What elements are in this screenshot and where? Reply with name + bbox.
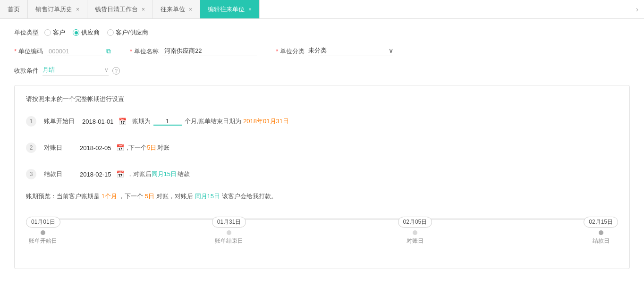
step-2-calendar-icon[interactable]: 📅 xyxy=(116,144,124,152)
step-2-desc-prefix: ,下一个 xyxy=(127,144,147,152)
timeline-label-0: 账单开始日 xyxy=(29,237,57,245)
payment-terms-help-icon[interactable]: ? xyxy=(112,67,120,75)
tab-more-button[interactable]: › xyxy=(630,0,644,18)
timeline-points: 01月01日 账单开始日 01月31日 账单结束日 02月05日 对账日 02月… xyxy=(26,217,618,245)
unit-code-group: * 单位编码 ⧉ xyxy=(14,47,111,56)
close-tab-partner-units-icon[interactable]: × xyxy=(189,6,192,13)
timeline-label-2: 对账日 xyxy=(407,237,424,245)
step-2-desc-highlight: 5日 xyxy=(147,144,156,152)
period-value-input[interactable] xyxy=(153,118,182,126)
preview-suffix: 该客户会给我打款。 xyxy=(222,193,277,200)
tab-sales-order-history-label: 销售订单历史 xyxy=(35,5,72,14)
radio-both-circle xyxy=(107,29,114,36)
payment-terms-label: 收款条件 xyxy=(14,67,39,75)
step-3-desc-highlight: 同月15日 xyxy=(152,170,177,178)
close-tab-cash-reconciliation-icon[interactable]: × xyxy=(142,6,145,13)
step-1-row: 1 账单开始日 2018-01-01 📅 账期为 个月,账单结束日期为 2018… xyxy=(26,113,618,130)
step-1-date: 2018-01-01 xyxy=(82,118,114,125)
step-1-period-prefix: 账期为 xyxy=(132,117,151,126)
close-tab-sales-order-history-icon[interactable]: × xyxy=(76,6,79,13)
timeline-badge-0: 01月01日 xyxy=(26,217,60,228)
timeline-point-0: 01月01日 账单开始日 xyxy=(26,217,60,245)
unit-type-radio-group: 客户 供应商 客户/供应商 xyxy=(44,28,148,37)
tab-cash-reconciliation[interactable]: 钱货日清工作台 × xyxy=(87,0,153,18)
unit-classify-required-star: * xyxy=(276,48,278,55)
radio-customer-label: 客户 xyxy=(53,28,65,37)
preview-text: 账期预览：当前客户账期是 1个月 ，下一个 5日 对账，对账后 同月15日 该客… xyxy=(26,192,618,201)
unit-code-copy-icon[interactable]: ⧉ xyxy=(106,47,111,55)
preview-part2: 5日 xyxy=(145,193,154,200)
unit-type-row: 单位类型 客户 供应商 客户/供应商 xyxy=(14,28,630,37)
preview-part1: 1个月 xyxy=(102,193,117,200)
unit-classify-group: * 单位分类 未分类 ∨ xyxy=(276,46,393,56)
preview-part3: 同月15日 xyxy=(195,193,220,200)
step-3-label: 结款日 xyxy=(44,170,72,178)
tab-home-label: 首页 xyxy=(8,5,20,14)
step-2-date: 2018-02-05 xyxy=(80,144,111,152)
timeline-label-3: 结款日 xyxy=(593,237,610,245)
timeline-point-1: 01月31日 账单结束日 xyxy=(212,217,246,245)
step-2-desc-suffix: 对账 xyxy=(157,144,169,152)
unit-type-group: 单位类型 客户 供应商 客户/供应商 xyxy=(14,28,148,37)
unit-type-label: 单位类型 xyxy=(14,28,39,37)
radio-both[interactable]: 客户/供应商 xyxy=(107,28,148,37)
step-1-period-end-date: 2018年01月31日 xyxy=(243,117,289,126)
unit-code-input[interactable] xyxy=(47,47,103,56)
unit-code-required-star: * xyxy=(14,48,17,55)
preview-mid2: 对账，对账后 xyxy=(156,193,193,200)
tab-partner-units[interactable]: 往来单位 × xyxy=(153,0,200,18)
step-3-calendar-icon[interactable]: 📅 xyxy=(116,170,124,178)
radio-customer-circle xyxy=(44,29,51,36)
unit-name-required-star: * xyxy=(130,48,132,55)
unit-classify-arrow-icon: ∨ xyxy=(389,47,393,54)
tab-cash-reconciliation-label: 钱货日清工作台 xyxy=(95,5,138,14)
payment-terms-dropdown[interactable]: 月结 ∨ xyxy=(42,66,109,76)
unit-code-label: 单位编码 xyxy=(18,47,43,56)
timeline-badge-2: 02月05日 xyxy=(398,217,432,228)
timeline-dot-3 xyxy=(599,230,603,235)
step-3-number: 3 xyxy=(26,169,36,179)
timeline-dot-1 xyxy=(227,230,231,235)
tab-edit-partner-unit-label: 编辑往来单位 xyxy=(208,5,245,14)
section-description: 请按照未来的一个完整帐期进行设置 xyxy=(26,95,618,103)
tab-edit-partner-unit[interactable]: 编辑往来单位 × xyxy=(200,0,260,18)
preview-prefix: 账期预览：当前客户账期是 xyxy=(26,193,100,200)
unit-classify-dropdown[interactable]: 未分类 ∨ xyxy=(308,46,393,56)
timeline-dot-0 xyxy=(41,230,45,235)
step-2-number: 2 xyxy=(26,143,36,153)
unit-name-group: * 单位名称 xyxy=(130,47,257,56)
radio-supplier-label: 供应商 xyxy=(81,28,100,37)
step-1-calendar-icon[interactable]: 📅 xyxy=(119,118,127,125)
step-1-period-suffix: 个月,账单结束日期为 xyxy=(185,117,242,126)
preview-mid1: ，下一个 xyxy=(119,193,143,200)
step-3-row: 3 结款日 2018-02-15 📅 ，对账后 同月15日 结款 xyxy=(26,166,618,183)
close-tab-edit-partner-unit-icon[interactable]: × xyxy=(248,6,252,13)
step-2-row: 2 对账日 2018-02-05 📅 ,下一个 5日 对账 xyxy=(26,139,618,156)
step-3-desc-prefix: ，对账后 xyxy=(127,170,152,178)
payment-terms-value: 月结 xyxy=(42,66,102,74)
tab-home[interactable]: 首页 xyxy=(0,0,28,18)
payment-terms-group: 收款条件 月结 ∨ ? xyxy=(14,66,120,76)
unit-name-label: 单位名称 xyxy=(134,47,159,56)
timeline-label-1: 账单结束日 xyxy=(215,237,243,245)
main-content: 单位类型 客户 供应商 客户/供应商 * 单位编码 xyxy=(0,19,644,287)
unit-name-input[interactable] xyxy=(162,47,257,56)
timeline-badge-1: 01月31日 xyxy=(212,217,246,228)
step-3-desc-suffix: 结款 xyxy=(178,170,190,178)
period-settings-section: 请按照未来的一个完整帐期进行设置 1 账单开始日 2018-01-01 📅 账期… xyxy=(14,85,630,269)
timeline-badge-3: 02月15日 xyxy=(584,217,618,228)
timeline-dot-2 xyxy=(413,230,417,235)
payment-terms-arrow-icon: ∨ xyxy=(104,67,109,73)
tab-sales-order-history[interactable]: 销售订单历史 × xyxy=(28,0,87,18)
unit-info-row: * 单位编码 ⧉ * 单位名称 * 单位分类 未分类 ∨ xyxy=(14,46,630,56)
step-3-date: 2018-02-15 xyxy=(80,171,111,178)
unit-classify-value: 未分类 xyxy=(308,46,386,55)
step-1-label: 账单开始日 xyxy=(44,117,75,126)
timeline: 01月01日 账单开始日 01月31日 账单结束日 02月05日 对账日 02月… xyxy=(26,212,618,259)
timeline-point-3: 02月15日 结款日 xyxy=(584,217,618,245)
payment-terms-row: 收款条件 月结 ∨ ? xyxy=(14,66,630,76)
step-2-label: 对账日 xyxy=(44,144,72,152)
tab-partner-units-label: 往来单位 xyxy=(161,5,185,14)
radio-supplier[interactable]: 供应商 xyxy=(73,28,100,37)
radio-customer[interactable]: 客户 xyxy=(44,28,65,37)
